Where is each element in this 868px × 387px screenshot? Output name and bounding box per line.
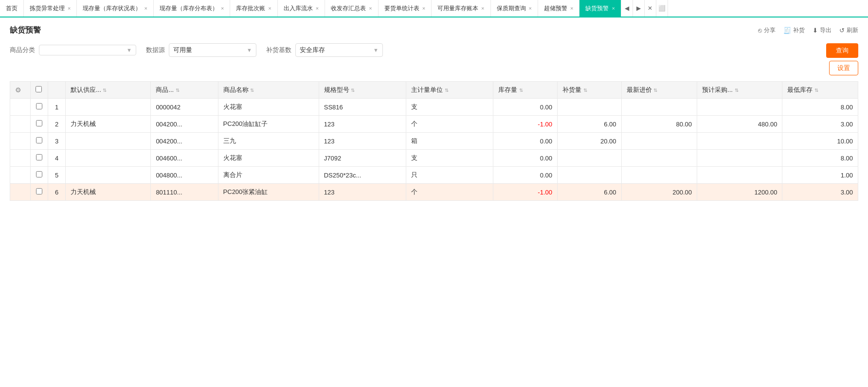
cell-spec: DS250*23c... <box>319 167 406 184</box>
page-content: 缺货预警 ⎋ 分享 🧾 补货 ⬇ 导出 ↺ 刷新 商品分类 <box>0 18 868 387</box>
sort-icon[interactable]: ⇅ <box>351 88 355 93</box>
close-icon[interactable]: × <box>529 5 532 11</box>
cell-goods-name: 三九 <box>218 133 319 150</box>
cell-goods-code: 004200... <box>151 116 218 133</box>
cell-check <box>31 133 48 150</box>
sort-icon[interactable]: ⇅ <box>583 88 587 93</box>
sort-icon[interactable]: ⇅ <box>103 88 107 93</box>
col-header-spec: 规格型号 ⇅ <box>319 82 406 99</box>
tab-expiry-query[interactable]: 保质期查询 × <box>491 0 538 17</box>
restock-base-label: 补货基数 <box>266 46 291 54</box>
cell-latest-price <box>621 133 697 150</box>
cell-restock-qty <box>558 167 622 184</box>
restock-button[interactable]: 🧾 补货 <box>783 26 805 35</box>
tab-stock-dist[interactable]: 现存量（库存分布表） × <box>154 0 230 17</box>
row-checkbox[interactable] <box>36 137 42 143</box>
restock-base-filter-group: 补货基数 安全库存 ▼ <box>266 43 383 57</box>
col-header-goods-code: 商品... ⇅ <box>151 82 218 99</box>
cell-restock-qty <box>558 150 622 167</box>
close-icon[interactable]: × <box>68 5 71 11</box>
filter-right: 查询 设置 <box>826 43 858 75</box>
data-table: ⚙ 默认供应... ⇅ 商品... ⇅ 商品名称 ⇅ <box>10 81 858 201</box>
share-icon: ⎋ <box>758 27 762 34</box>
tab-available-ledger[interactable]: 可用量库存账本 × <box>432 0 490 17</box>
close-icon[interactable]: × <box>422 5 425 11</box>
datasource-value: 可用量 <box>173 46 192 54</box>
close-icon[interactable]: × <box>570 5 573 11</box>
sort-icon[interactable]: ⇅ <box>814 88 818 93</box>
sort-icon[interactable]: ⇅ <box>735 88 739 93</box>
cell-goods-name: 火花塞 <box>218 150 319 167</box>
tab-scroll-right[interactable]: ▶ <box>633 0 645 17</box>
cell-check <box>31 150 48 167</box>
refresh-button[interactable]: ↺ 刷新 <box>839 26 858 35</box>
cell-restock-qty <box>558 99 622 116</box>
cell-check <box>31 116 48 133</box>
category-select[interactable]: ▼ <box>39 45 136 55</box>
select-all-checkbox[interactable] <box>36 86 42 92</box>
close-icon[interactable]: × <box>369 5 372 11</box>
row-checkbox[interactable] <box>36 154 42 160</box>
tab-home[interactable]: 首页 <box>0 0 24 17</box>
export-button[interactable]: ⬇ 导出 <box>813 26 832 35</box>
close-icon[interactable]: × <box>316 5 319 11</box>
cell-restock-qty: 6.00 <box>558 184 622 201</box>
tab-scroll-left[interactable]: ◀ <box>621 0 633 17</box>
cell-goods-code: 0000042 <box>151 99 218 116</box>
close-icon[interactable]: × <box>481 5 484 11</box>
share-button[interactable]: ⎋ 分享 <box>758 26 776 35</box>
tab-stock-status[interactable]: 现存量（库存状况表） × <box>77 0 153 17</box>
restock-base-value: 安全库存 <box>300 46 325 54</box>
cell-stock: 0.00 <box>493 167 558 184</box>
cell-spec: J7092 <box>319 150 406 167</box>
cell-goods-name: 离合片 <box>218 167 319 184</box>
close-icon[interactable]: × <box>612 5 615 11</box>
cell-restock-qty: 20.00 <box>558 133 622 150</box>
row-checkbox[interactable] <box>36 120 42 126</box>
filter-container: 商品分类 ▼ 数据源 可用量 ▼ 补货基数 安全库存 ▼ <box>10 43 858 75</box>
cell-min-stock: 3.00 <box>782 116 858 133</box>
cell-stock: -1.00 <box>493 184 558 201</box>
close-icon[interactable]: × <box>144 5 147 11</box>
col-header-restock-qty: 补货量 ⇅ <box>558 82 622 99</box>
cell-latest-price <box>621 99 697 116</box>
close-icon[interactable]: × <box>268 5 271 11</box>
tab-order-stats[interactable]: 要货单统计表 × <box>379 0 432 17</box>
cell-settings <box>10 133 31 150</box>
cell-unit: 只 <box>406 167 493 184</box>
settings-icon[interactable]: ⚙ <box>15 86 21 94</box>
restock-base-select[interactable]: 安全库存 ▼ <box>295 43 383 57</box>
cell-unit: 个 <box>406 184 493 201</box>
sort-icon[interactable]: ⇅ <box>445 88 449 93</box>
tab-overstock-warning[interactable]: 超储预警 × <box>538 0 579 17</box>
settings-button[interactable]: 设置 <box>829 61 858 75</box>
cell-goods-code: 801110... <box>151 184 218 201</box>
cell-settings <box>10 167 31 184</box>
tab-pick-error[interactable]: 拣货异常处理 × <box>24 0 77 17</box>
datasource-select[interactable]: 可用量 ▼ <box>169 43 256 57</box>
tab-batch-account[interactable]: 库存批次账 × <box>230 0 277 17</box>
query-button[interactable]: 查询 <box>826 43 858 58</box>
cell-unit: 个 <box>406 116 493 133</box>
row-checkbox[interactable] <box>36 171 42 177</box>
cell-latest-price <box>621 167 697 184</box>
cell-index: 2 <box>48 116 66 133</box>
cell-goods-name: PC200张紧油缸 <box>218 184 319 201</box>
sort-icon[interactable]: ⇅ <box>519 88 523 93</box>
tab-close-all[interactable]: ✕ <box>645 0 656 17</box>
tab-shortage-warning[interactable]: 缺货预警 × <box>579 0 621 17</box>
close-icon[interactable]: × <box>221 5 224 11</box>
export-icon: ⬇ <box>813 27 818 34</box>
cell-spec: SS816 <box>319 99 406 116</box>
sort-icon[interactable]: ⇅ <box>250 88 254 93</box>
row-checkbox[interactable] <box>36 103 42 109</box>
sort-icon[interactable]: ⇅ <box>653 88 657 93</box>
cell-goods-code: 004200... <box>151 133 218 150</box>
tab-inout-flow[interactable]: 出入库流水 × <box>278 0 325 17</box>
tab-maximize[interactable]: ⬜ <box>656 0 668 17</box>
tab-receipt-summary[interactable]: 收发存汇总表 × <box>325 0 378 17</box>
cell-est-purchase <box>697 99 782 116</box>
cell-est-purchase <box>697 167 782 184</box>
row-checkbox[interactable] <box>36 188 42 194</box>
sort-icon[interactable]: ⇅ <box>176 88 180 93</box>
